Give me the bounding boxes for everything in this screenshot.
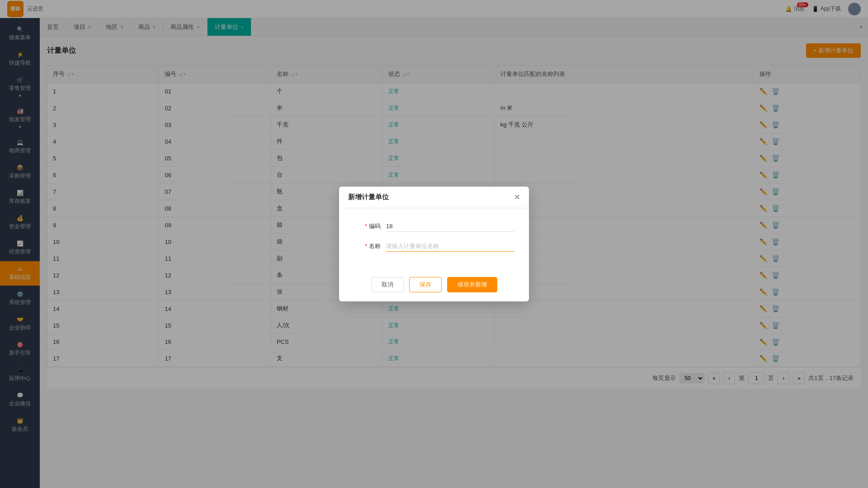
modal-title: 新增计量单位 (348, 193, 389, 202)
modal-overlay: 新增计量单位 ✕ 编码 名称 取消 保存 保存并新增 (0, 0, 868, 488)
code-label: 编码 (354, 222, 381, 230)
modal-body: 编码 名称 (339, 208, 529, 270)
modal-header: 新增计量单位 ✕ (339, 187, 529, 208)
save-new-button[interactable]: 保存并新增 (447, 277, 497, 292)
cancel-button[interactable]: 取消 (371, 277, 404, 292)
save-button[interactable]: 保存 (409, 277, 442, 292)
name-input[interactable] (386, 241, 514, 252)
add-unit-modal: 新增计量单位 ✕ 编码 名称 取消 保存 保存并新增 (339, 187, 529, 301)
form-row-code: 编码 (354, 221, 514, 232)
name-label: 名称 (354, 242, 381, 250)
modal-close-btn[interactable]: ✕ (514, 193, 520, 202)
modal-footer: 取消 保存 保存并新增 (339, 270, 529, 301)
form-row-name: 名称 (354, 241, 514, 252)
code-input[interactable] (386, 221, 514, 232)
